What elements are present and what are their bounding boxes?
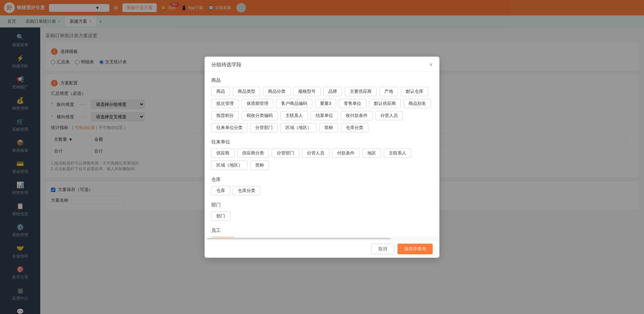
cancel-button[interactable]: 取消 — [371, 244, 394, 254]
modal-header: 分组待选字段 × — [205, 57, 439, 72]
field-group-goods-title: 商品 — [211, 77, 433, 83]
field-tags-dept: 部门 — [211, 211, 433, 221]
field-tags-partner: 供应商 供应商分类 分管部门 分管人员 付款条件 地区 主联系人 区域（地区） … — [211, 148, 433, 170]
tag-goods-7[interactable]: 默认仓库 — [401, 87, 428, 96]
tag-goods-21[interactable]: 往来单位分类 — [211, 123, 248, 132]
tag-goods-2[interactable]: 商品分类 — [263, 87, 290, 96]
field-group-dept: 部门 部门 — [211, 202, 433, 221]
tag-goods-17[interactable]: 主联系人 — [280, 111, 308, 120]
tag-partner-4[interactable]: 付款条件 — [332, 148, 360, 158]
tag-partner-0[interactable]: 供应商 — [211, 148, 234, 158]
tag-goods-9[interactable]: 保质期管理 — [241, 99, 273, 108]
tag-goods-15[interactable]: 拣货积分 — [211, 111, 239, 120]
field-group-partner: 往来单位 供应商 供应商分类 分管部门 分管人员 付款条件 地区 主联系人 区域… — [211, 139, 433, 170]
tag-warehouse-1[interactable]: 仓库分类 — [233, 186, 260, 195]
tag-partner-2[interactable]: 分管部门 — [272, 148, 299, 158]
tag-goods-22[interactable]: 分管部门 — [250, 123, 278, 132]
tag-goods-24[interactable]: 简称 — [319, 123, 338, 132]
modal-title: 分组待选字段 — [211, 62, 241, 68]
tag-dept-0[interactable]: 部门 — [211, 211, 230, 221]
tag-goods-4[interactable]: 品牌 — [323, 87, 342, 96]
tag-goods-8[interactable]: 批次管理 — [211, 99, 239, 108]
tag-goods-19[interactable]: 收付款条件 — [341, 111, 373, 120]
tag-goods-1[interactable]: 商品类型 — [233, 87, 260, 96]
modal-scrollbar-h[interactable] — [205, 237, 439, 240]
tag-goods-5[interactable]: 主要供应商 — [345, 87, 377, 96]
tag-goods-11[interactable]: 重量3 — [315, 99, 336, 108]
tag-warehouse-0[interactable]: 仓库 — [211, 186, 230, 195]
h-scrollbar-thumb — [207, 238, 391, 239]
modal-close-button[interactable]: × — [429, 61, 433, 68]
tag-partner-5[interactable]: 地区 — [362, 148, 381, 158]
field-group-partner-title: 往来单位 — [211, 139, 433, 145]
tag-partner-3[interactable]: 分管人员 — [302, 148, 329, 158]
modal-overlay: 分组待选字段 × 商品 商品 商品类型 商品分类 规格型号 品牌 主要供应商 产… — [0, 0, 644, 314]
field-group-warehouse-title: 仓库 — [211, 177, 433, 183]
modal-body: 商品 商品 商品类型 商品分类 规格型号 品牌 主要供应商 产地 默认仓库 批次… — [205, 72, 439, 237]
tag-goods-0[interactable]: 商品 — [211, 87, 230, 96]
tag-goods-20[interactable]: 分管人员 — [375, 111, 403, 120]
tag-partner-1[interactable]: 供应商分类 — [237, 148, 269, 158]
field-tags-goods: 商品 商品类型 商品分类 规格型号 品牌 主要供应商 产地 默认仓库 批次管理 … — [211, 87, 433, 132]
field-group-goods: 商品 商品 商品类型 商品分类 规格型号 品牌 主要供应商 产地 默认仓库 批次… — [211, 77, 433, 132]
tag-goods-18[interactable]: 结算单位 — [311, 111, 338, 120]
tag-goods-23[interactable]: 区域（地区） — [280, 123, 317, 132]
confirm-button[interactable]: 保存并查询 — [397, 244, 433, 254]
tag-goods-14[interactable]: 商品别名 — [404, 99, 431, 108]
tag-partner-7[interactable]: 区域（地区） — [211, 161, 248, 170]
field-tags-warehouse: 仓库 仓库分类 — [211, 186, 433, 195]
field-group-employee: 员工 业务员 — [211, 228, 433, 237]
tag-goods-25[interactable]: 仓库分类 — [341, 123, 368, 132]
modal-footer: 取消 保存并查询 — [205, 240, 439, 258]
tag-partner-6[interactable]: 主联系人 — [384, 148, 411, 158]
tag-goods-6[interactable]: 产地 — [379, 87, 398, 96]
tag-goods-13[interactable]: 默认供应商 — [369, 99, 401, 108]
tag-goods-16[interactable]: 税收分类编码 — [241, 111, 278, 120]
tag-partner-8[interactable]: 简称 — [250, 161, 269, 170]
tag-goods-3[interactable]: 规格型号 — [293, 87, 321, 96]
tag-goods-10[interactable]: 客户商品编码 — [276, 99, 312, 108]
field-group-employee-title: 员工 — [211, 228, 433, 234]
field-select-modal: 分组待选字段 × 商品 商品 商品类型 商品分类 规格型号 品牌 主要供应商 产… — [205, 57, 439, 258]
field-group-warehouse: 仓库 仓库 仓库分类 — [211, 177, 433, 195]
field-group-dept-title: 部门 — [211, 202, 433, 208]
tag-goods-12[interactable]: 零售单位 — [339, 99, 366, 108]
